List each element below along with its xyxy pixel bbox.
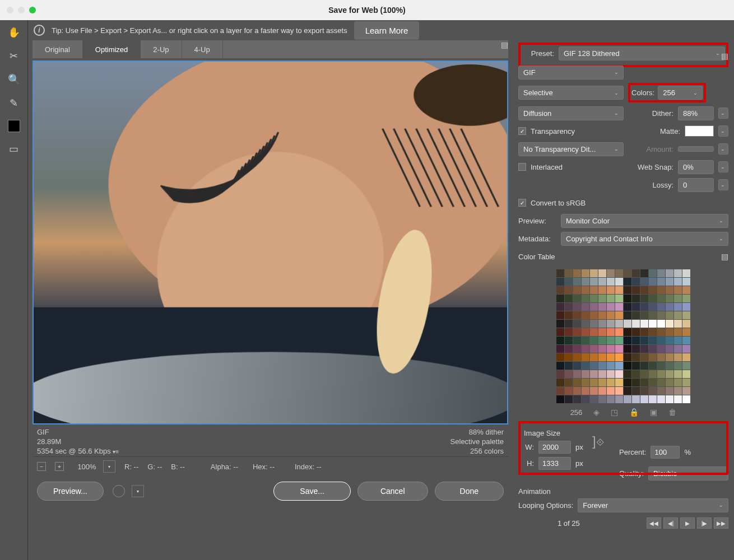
status-r: R: -- [124, 463, 138, 471]
colors-select[interactable]: 256⌄ [658, 86, 703, 100]
transparency-label: Transparency [531, 127, 575, 136]
zoom-in-icon[interactable]: + [55, 462, 64, 471]
learn-more-button[interactable]: Learn More [354, 21, 420, 40]
color-table-count: 256 [570, 408, 583, 417]
zoom-value[interactable]: 100% [73, 463, 101, 471]
amount-menu-icon: ⌄ [718, 143, 728, 155]
ct-snap-icon[interactable]: ◈ [593, 408, 600, 417]
matte-menu-icon[interactable]: ⌄ [718, 125, 728, 137]
matte-swatch[interactable] [685, 125, 714, 137]
link-icon[interactable]: ]⟐ [592, 433, 604, 449]
lossy-value[interactable]: 0 [678, 178, 714, 192]
window-title: Save for Web (100%) [0, 6, 734, 15]
ct-cube-icon[interactable]: ◳ [611, 408, 618, 417]
info-size: 28.89M [37, 437, 119, 446]
zoom-dropdown-icon[interactable]: ▾ [103, 460, 115, 473]
info-palette: Selective palette [450, 437, 504, 446]
next-frame-icon[interactable]: |▶ [697, 517, 712, 529]
width-input[interactable] [538, 441, 571, 454]
dither-method-select[interactable]: Diffusion⌄ [518, 106, 624, 120]
status-bar: − + 100%▾ R: -- G: -- B: -- Alpha: -- He… [32, 456, 508, 476]
srgb-checkbox[interactable] [518, 199, 526, 207]
status-g: G: -- [147, 463, 162, 471]
info-icon: i [34, 25, 45, 36]
transparency-checkbox[interactable] [518, 127, 526, 135]
tab-original[interactable]: Original [32, 40, 83, 58]
looping-select[interactable]: Forever⌄ [578, 498, 728, 512]
zoom-out-icon[interactable]: − [37, 462, 46, 471]
browser-dropdown-icon[interactable]: ▾ [132, 485, 144, 497]
color-swatch[interactable] [8, 120, 20, 132]
color-table-menu-icon[interactable]: ▤ [721, 252, 728, 261]
looping-label: Looping Options: [518, 501, 573, 510]
transparency-dither-select[interactable]: No Transparency Dit...⌄ [518, 142, 624, 156]
tab-optimized[interactable]: Optimized [83, 40, 141, 58]
color-table-grid[interactable] [556, 269, 690, 403]
height-label: H: [524, 459, 534, 468]
preset-label: Preset: [522, 49, 554, 58]
info-colors: 256 colors [450, 447, 504, 455]
done-button[interactable]: Done [435, 482, 504, 501]
metadata-select[interactable]: Copyright and Contact Info⌄ [561, 232, 728, 246]
preview-canvas[interactable] [32, 60, 508, 424]
websnap-value[interactable]: 0% [678, 160, 714, 174]
amount-label: Amount: [647, 145, 673, 153]
matte-label: Matte: [660, 127, 680, 136]
prev-frame-icon[interactable]: ◀| [663, 517, 678, 529]
preset-menu-icon[interactable]: ▤ [721, 52, 728, 60]
websnap-label: Web Snap: [638, 163, 673, 171]
save-button[interactable]: Save... [273, 482, 351, 501]
websnap-menu-icon[interactable]: ⌄ [718, 161, 728, 172]
button-row: Preview... ▾ Save... Cancel Done [32, 476, 508, 506]
metadata-label: Metadata: [518, 235, 556, 243]
zoom-tool-icon[interactable]: 🔍 [7, 73, 21, 86]
interlaced-checkbox[interactable] [518, 163, 526, 171]
info-menu-icon[interactable]: ▾≡ [113, 449, 119, 455]
dither-menu-icon[interactable]: ⌄ [718, 108, 728, 119]
tab-2up[interactable]: 2-Up [141, 40, 182, 58]
first-frame-icon[interactable]: ◀◀ [647, 517, 661, 529]
toggle-slices-icon[interactable]: ▭ [7, 142, 21, 156]
ct-lock-icon[interactable]: 🔒 [629, 408, 639, 417]
info-format: GIF [37, 428, 119, 436]
ct-new-icon[interactable]: ▣ [650, 408, 657, 417]
hand-tool-icon[interactable]: ✋ [7, 26, 21, 39]
lossy-menu-icon[interactable]: ⌄ [718, 179, 728, 190]
px-unit-2: px [575, 459, 583, 468]
status-alpha: Alpha: -- [211, 463, 238, 471]
view-tabs: Original Optimized 2-Up 4-Up ▤ [32, 40, 508, 58]
settings-panel: Preset: GIF 128 Dithered⌄ ▤ GIF⌄ Selecti… [513, 40, 734, 560]
tip-text: Tip: Use File > Export > Export As... or… [52, 26, 347, 35]
width-label: W: [524, 443, 534, 451]
preview-label: Preview: [518, 217, 556, 225]
preview-select[interactable]: Monitor Color⌄ [561, 214, 728, 228]
tool-column: ✋ ✂ 🔍 ✎ ▭ [0, 20, 28, 560]
ct-trash-icon[interactable]: 🗑 [668, 408, 676, 417]
interlaced-label: Interlaced [531, 163, 563, 171]
eyedropper-tool-icon[interactable]: ✎ [7, 96, 21, 110]
cancel-button[interactable]: Cancel [357, 482, 428, 501]
dither-label: Dither: [652, 109, 673, 118]
dither-value[interactable]: 88% [678, 106, 714, 120]
px-unit: px [575, 443, 583, 451]
panel-menu-icon[interactable]: ▤ [501, 40, 508, 58]
tab-4up[interactable]: 4-Up [182, 40, 223, 58]
status-b: B: -- [171, 463, 185, 471]
height-input[interactable] [538, 457, 571, 470]
lossy-label: Lossy: [652, 181, 673, 189]
animation-label: Animation [518, 487, 728, 496]
preview-button[interactable]: Preview... [37, 482, 104, 501]
browser-preview-icon[interactable] [113, 485, 125, 497]
play-icon[interactable]: ▶ [680, 517, 695, 529]
image-size-label: Image Size [524, 429, 723, 437]
last-frame-icon[interactable]: ▶▶ [714, 517, 728, 529]
amount-value [678, 146, 714, 152]
reduction-select[interactable]: Selective⌄ [518, 86, 624, 100]
titlebar: Save for Web (100%) [0, 0, 734, 20]
preset-select[interactable]: GIF 128 Dithered⌄ [559, 46, 725, 60]
colors-label: Colors: [631, 88, 654, 97]
tip-bar: i Tip: Use File > Export > Export As... … [28, 20, 734, 40]
frame-counter: 1 of 25 [558, 519, 580, 528]
format-select[interactable]: GIF⌄ [518, 66, 624, 80]
slice-tool-icon[interactable]: ✂ [7, 49, 21, 63]
